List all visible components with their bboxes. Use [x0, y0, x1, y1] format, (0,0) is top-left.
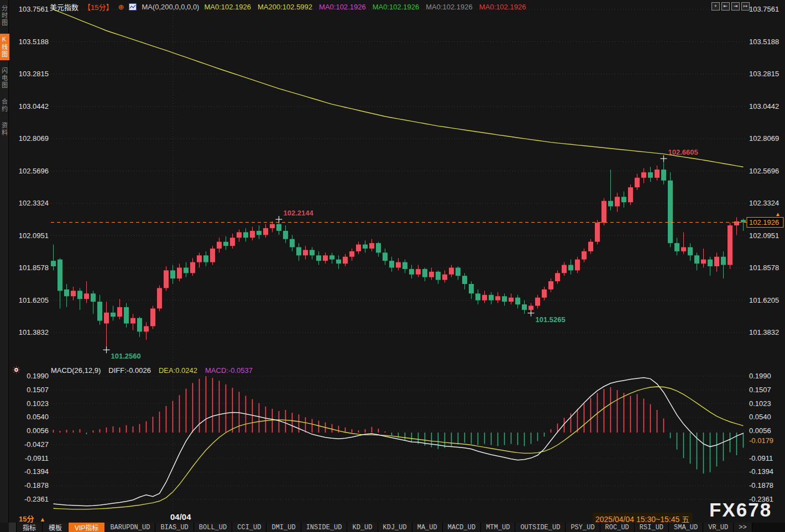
y-axis-label-left: 101.6205: [19, 296, 49, 304]
candle: [77, 291, 82, 299]
pan-crosshair-icon[interactable]: +: [711, 2, 720, 10]
x-axis-date-label: 04/04: [170, 512, 191, 522]
ma-params-label: MA(0,200,0,0,0,0): [142, 3, 199, 11]
candle: [648, 172, 653, 178]
candle: [150, 308, 155, 326]
y-axis-label-right: 102.8069: [749, 134, 779, 143]
candle: [296, 247, 301, 255]
candle: [661, 170, 666, 181]
candle: [449, 267, 454, 274]
candle: [177, 267, 182, 278]
price-up-arrow-icon: ▲: [775, 211, 781, 217]
candle: [243, 232, 248, 238]
compress-left-icon[interactable]: ⇤: [721, 2, 730, 10]
macd-axis-label-left: 0.1507: [27, 386, 49, 394]
tab-vr_ud[interactable]: VR_UD: [703, 523, 734, 532]
candle: [343, 257, 348, 264]
y-axis-label-right: 103.7561: [749, 5, 779, 13]
tab-kd_ud[interactable]: KD_UD: [347, 523, 378, 532]
candle: [57, 260, 62, 291]
y-axis-label-left: 101.8578: [19, 264, 49, 272]
ma-value-label: MA0:102.1926: [479, 3, 526, 11]
candle: [575, 260, 580, 271]
macd-axis-label-left: -0.1878: [24, 481, 49, 489]
tab-cci_ud[interactable]: CCI_UD: [232, 523, 266, 532]
tab-ma_ud[interactable]: MA_UD: [412, 523, 443, 532]
candle: [250, 231, 255, 238]
crosshair-toggle-icon[interactable]: ⊕: [118, 3, 124, 11]
tab-mtm_ud[interactable]: MTM_UD: [481, 523, 515, 532]
candle: [568, 265, 573, 271]
candle: [197, 255, 202, 262]
high-price-annotation: 102.6605: [668, 148, 698, 156]
period-up-arrow-icon: ▲: [39, 516, 45, 523]
y-axis-label-left: 103.0442: [19, 102, 49, 110]
macd-panel: -0.0179: [54, 376, 774, 509]
indicator-tab-bar: 指标模板VIP指标BARUPDN_UDBIAS_UDBOLL_UDCCI_UDD…: [9, 523, 785, 532]
tab-[interactable]: 模板: [43, 523, 69, 532]
y-axis-label-right: 101.8578: [749, 264, 779, 272]
candle: [701, 260, 706, 264]
y-axis-label-left: 102.5696: [19, 167, 49, 175]
current-price-value: 102.1926: [749, 218, 779, 227]
line-chart-icon[interactable]: [129, 3, 137, 10]
candle: [230, 238, 235, 246]
candle: [329, 255, 334, 259]
candle: [515, 298, 520, 304]
tab-[interactable]: >>: [734, 523, 752, 532]
sidebar-item-4[interactable]: 资料: [0, 120, 9, 139]
tab-boll_ud[interactable]: BOLL_UD: [194, 523, 232, 532]
sidebar-item-3[interactable]: 合约: [0, 96, 9, 115]
ma200-line: [54, 9, 744, 167]
tab-macd_ud[interactable]: MACD_UD: [443, 523, 481, 532]
tab-psy_ud[interactable]: PSY_UD: [566, 523, 600, 532]
candle: [323, 255, 328, 261]
chart-header: 美元指数 【15分】 ⊕ MA(0,200,0,0,0,0) MA0:102.1…: [50, 2, 526, 12]
sidebar-item-1[interactable]: K线图: [0, 34, 9, 60]
candle: [137, 318, 142, 332]
y-axis-label-left: 103.2815: [19, 70, 49, 78]
macd-current-value: -0.0179: [749, 436, 773, 445]
left-sidebar: 分时图K线图闪电图合约资料: [0, 0, 9, 523]
candle: [396, 262, 401, 268]
candle: [257, 231, 261, 235]
candle: [469, 284, 474, 293]
candle: [117, 307, 122, 317]
candle: [456, 267, 460, 276]
candle: [562, 265, 567, 273]
candle: [130, 318, 135, 324]
candle: [462, 276, 467, 284]
candle: [588, 242, 593, 251]
macd-axis-label-left: 0.1023: [27, 399, 49, 408]
candle: [97, 302, 102, 321]
sidebar-item-2[interactable]: 闪电图: [0, 65, 9, 91]
compress-right-icon[interactable]: ⇥: [731, 2, 740, 10]
tab-barupdn_ud[interactable]: BARUPDN_UD: [105, 523, 155, 532]
tab-outside_ud[interactable]: OUTSIDE_UD: [515, 523, 566, 532]
candle: [522, 304, 527, 310]
tab-bias_ud[interactable]: BIAS_UD: [155, 523, 193, 532]
candle: [641, 172, 646, 178]
tab-roc_ud[interactable]: ROC_UD: [600, 523, 635, 532]
y-axis-label-right: 101.6205: [749, 296, 779, 304]
candle: [595, 223, 600, 242]
tab-vip[interactable]: VIP指标: [69, 523, 105, 532]
sidebar-item-0[interactable]: 分时图: [0, 3, 9, 29]
candle: [389, 261, 394, 267]
macd-axis-label-left: 0.1990: [27, 372, 49, 380]
candle: [582, 251, 587, 260]
y-axis-label-left: 102.0951: [19, 231, 49, 240]
tab-inside_ud[interactable]: INSIDE_UD: [301, 523, 348, 532]
candle: [601, 201, 606, 223]
ma-value-label: MA0:102.1926: [373, 3, 420, 11]
tab-dmi_ud[interactable]: DMI_UD: [266, 523, 301, 532]
tab-kdj_ud[interactable]: KDJ_UD: [378, 523, 412, 532]
candle: [51, 261, 56, 266]
candle: [376, 243, 381, 252]
macd-diff-value: DIFF:-0.0026: [108, 366, 151, 375]
tab-rsi_ud[interactable]: RSI_UD: [635, 523, 669, 532]
shift-right-icon[interactable]: ↦: [741, 2, 750, 10]
tab-[interactable]: 指标: [17, 523, 43, 532]
tab-sma_ud[interactable]: SMA_UD: [669, 523, 703, 532]
indicator-settings-icon[interactable]: [12, 366, 20, 376]
